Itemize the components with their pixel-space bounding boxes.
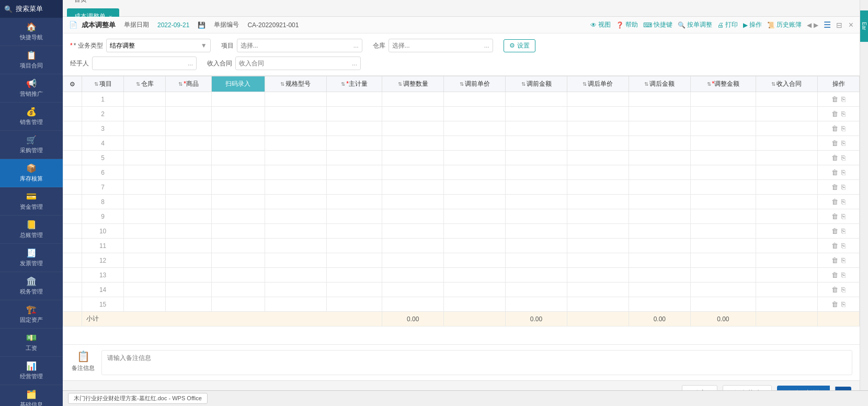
cell-adj-qty[interactable]: [382, 224, 444, 239]
cell-adj-amount[interactable]: [690, 121, 756, 136]
cell-warehouse[interactable]: [124, 209, 166, 224]
cell-before-price[interactable]: [444, 107, 506, 121]
copy-icon[interactable]: ⎘: [841, 183, 846, 191]
cell-product[interactable]: [166, 195, 212, 209]
cell-before-price[interactable]: [444, 224, 506, 239]
cell-income-contract[interactable]: [756, 107, 817, 121]
cell-adj-qty[interactable]: [382, 107, 444, 121]
cell-after-amount[interactable]: [629, 121, 690, 136]
cell-after-amount[interactable]: [629, 297, 690, 312]
notes-input[interactable]: [101, 350, 852, 375]
sidebar-item-ops-mgmt[interactable]: 📊经营管理: [0, 357, 63, 385]
cell-income-contract[interactable]: [756, 268, 817, 283]
cell-scan[interactable]: [211, 224, 265, 239]
cell-spec[interactable]: [265, 253, 327, 268]
action-review[interactable]: 🔍 按单调整: [678, 20, 712, 29]
cell-adj-amount[interactable]: [690, 297, 756, 312]
cell-warehouse[interactable]: [124, 136, 166, 151]
cell-product[interactable]: [166, 209, 212, 224]
cell-warehouse[interactable]: [124, 92, 166, 107]
cell-after-amount[interactable]: [629, 283, 690, 297]
cell-before-amount[interactable]: [506, 209, 567, 224]
cell-before-amount[interactable]: [506, 107, 567, 121]
cell-warehouse[interactable]: [124, 268, 166, 283]
cell-adj-amount[interactable]: [690, 195, 756, 209]
cell-spec[interactable]: [265, 268, 327, 283]
cell-unit[interactable]: [326, 268, 382, 283]
cell-after-price[interactable]: [567, 195, 629, 209]
cell-unit[interactable]: [326, 283, 382, 297]
cell-after-price[interactable]: [567, 224, 629, 239]
cell-adj-qty[interactable]: [382, 151, 444, 165]
action-view[interactable]: 👁 视图: [590, 20, 611, 29]
cell-adj-amount[interactable]: [690, 165, 756, 180]
handler-input[interactable]: ...: [92, 57, 197, 70]
cell-unit[interactable]: [326, 195, 382, 209]
cell-before-amount[interactable]: [506, 268, 567, 283]
cell-after-amount[interactable]: [629, 195, 690, 209]
close-button[interactable]: ×: [849, 20, 853, 30]
cell-product[interactable]: [166, 180, 212, 195]
cell-scan[interactable]: [211, 92, 265, 107]
cell-after-price[interactable]: [567, 239, 629, 253]
warehouse-text[interactable]: [389, 40, 481, 51]
income-contract-dots[interactable]: ...: [349, 60, 360, 67]
cell-income-contract[interactable]: [756, 165, 817, 180]
cell-adj-amount[interactable]: [690, 107, 756, 121]
cell-spec[interactable]: [265, 297, 327, 312]
cell-after-price[interactable]: [567, 121, 629, 136]
cell-before-amount[interactable]: [506, 239, 567, 253]
cell-after-price[interactable]: [567, 283, 629, 297]
cell-scan[interactable]: [211, 136, 265, 151]
copy-icon[interactable]: ⎘: [841, 242, 846, 250]
cell-spec[interactable]: [265, 195, 327, 209]
cell-adj-amount[interactable]: [690, 283, 756, 297]
delete-icon[interactable]: 🗑: [831, 300, 838, 308]
sidebar-item-tax[interactable]: 🏛️税务管理: [0, 272, 63, 300]
cell-spec[interactable]: [265, 107, 327, 121]
delete-icon[interactable]: 🗑: [831, 125, 838, 132]
cell-spec[interactable]: [265, 92, 327, 107]
cell-before-price[interactable]: [444, 283, 506, 297]
sidebar-item-invoice[interactable]: 🧾发票管理: [0, 244, 63, 272]
cell-after-amount[interactable]: [629, 209, 690, 224]
cell-adj-qty[interactable]: [382, 121, 444, 136]
cell-adj-qty[interactable]: [382, 195, 444, 209]
action-shortcut[interactable]: ⌨ 快捷键: [643, 20, 672, 29]
cell-adj-amount[interactable]: [690, 151, 756, 165]
cell-scan[interactable]: [211, 165, 265, 180]
copy-icon[interactable]: ⎘: [841, 300, 846, 308]
cell-income-contract[interactable]: [756, 136, 817, 151]
delete-icon[interactable]: 🗑: [831, 286, 838, 294]
sidebar-search[interactable]: 🔍 搜索菜单: [0, 0, 63, 18]
cell-adj-amount[interactable]: [690, 268, 756, 283]
cell-before-amount[interactable]: [506, 136, 567, 151]
cell-before-price[interactable]: [444, 253, 506, 268]
cell-spec[interactable]: [265, 239, 327, 253]
sidebar-item-fixed-assets[interactable]: 🏗️固定资产: [0, 300, 63, 329]
copy-icon[interactable]: ⎘: [841, 154, 846, 162]
cell-before-amount[interactable]: [506, 224, 567, 239]
cell-after-amount[interactable]: [629, 92, 690, 107]
copy-icon[interactable]: ⎘: [841, 256, 846, 264]
cell-adj-amount[interactable]: [690, 136, 756, 151]
cell-spec[interactable]: [265, 136, 327, 151]
cell-scan[interactable]: [211, 209, 265, 224]
cell-income-contract[interactable]: [756, 297, 817, 312]
cell-unit[interactable]: [326, 151, 382, 165]
cell-after-amount[interactable]: [629, 239, 690, 253]
delete-icon[interactable]: 🗑: [831, 212, 838, 220]
cell-adj-qty[interactable]: [382, 297, 444, 312]
project-text[interactable]: [237, 40, 350, 51]
cell-before-amount[interactable]: [506, 195, 567, 209]
cell-scan[interactable]: [211, 195, 265, 209]
cell-adj-amount[interactable]: [690, 224, 756, 239]
biz-type-text[interactable]: [107, 40, 198, 51]
cell-adj-amount[interactable]: [690, 209, 756, 224]
sidebar-item-base-info[interactable]: 🗂️基础信息: [0, 385, 63, 406]
sidebar-item-procurement[interactable]: 🛒采购管理: [0, 131, 63, 159]
right-edge-label[interactable]: Ear: [860, 10, 869, 42]
action-operation[interactable]: ▶ 操作: [743, 20, 762, 29]
cell-before-amount[interactable]: [506, 121, 567, 136]
cell-income-contract[interactable]: [756, 121, 817, 136]
